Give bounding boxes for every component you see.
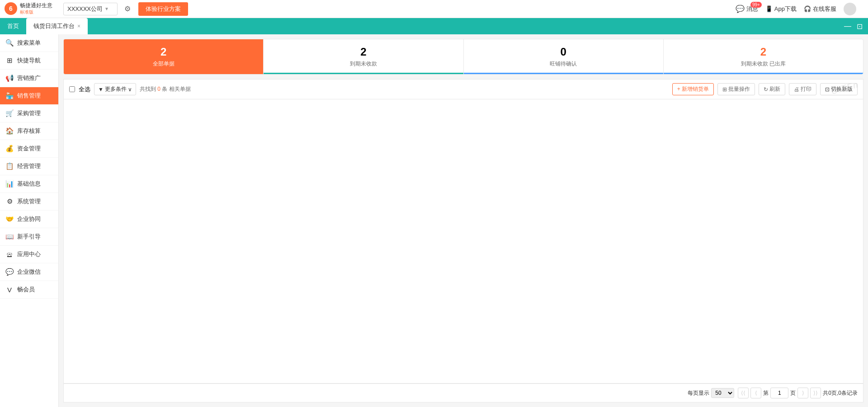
card-all[interactable]: 2 全部单据: [64, 39, 264, 74]
first-page-button[interactable]: ⟨⟨: [738, 388, 749, 398]
refresh-button[interactable]: ↻ 刷新: [759, 83, 785, 95]
sidebar-item-app-center[interactable]: 🛎 应用中心: [0, 246, 58, 263]
logo-area: 6 畅捷通好生意 标准版: [5, 2, 63, 15]
add-sale-button[interactable]: + 新增销货单: [672, 83, 714, 95]
logo-name: 畅捷通好生意: [20, 2, 52, 9]
batch-operation-button[interactable]: ⊞ 批量操作: [717, 83, 755, 95]
trial-button[interactable]: 体验行业方案: [138, 2, 188, 16]
chevron-down-icon: ▼: [104, 6, 109, 11]
message-badge: 99+: [750, 2, 762, 8]
print-icon: 🖨: [794, 86, 799, 93]
total-info: 共0页,0条记录: [823, 389, 858, 397]
avatar[interactable]: [844, 3, 856, 15]
message-icon: 💬: [736, 5, 745, 13]
megaphone-icon: 📢: [5, 74, 14, 82]
sidebar-item-marketing[interactable]: 📢 营销推广: [0, 70, 58, 87]
sidebar-item-quicknav[interactable]: ⊞ 快捷导航: [0, 52, 58, 70]
sidebar: 🔍 搜索菜单 ⊞ 快捷导航 📢 营销推广 🏪 销售管理 🛒 采购管理 🏠 库存核…: [0, 34, 59, 407]
sidebar-item-cooperation[interactable]: 🤝 企业协同: [0, 211, 58, 228]
gear-icon: ⚙: [5, 197, 14, 206]
card-shipped[interactable]: 2 到期未收款 已出库: [664, 39, 863, 74]
content-area: 2 全部单据 2 到期未收款 0 旺铺待确认 2 到期未收款 已出库: [59, 34, 868, 407]
book-icon: 📖: [5, 233, 14, 241]
refresh-icon: ↻: [764, 86, 768, 93]
card-overdue-label: 到期未收款: [273, 60, 454, 68]
wechat-icon: 💬: [5, 268, 14, 276]
search-icon: 🔍: [5, 39, 14, 47]
home-icon: 🏠: [5, 127, 14, 135]
sidebar-item-member[interactable]: V 畅会员: [0, 281, 58, 299]
sidebar-item-sales[interactable]: 🏪 销售管理: [0, 87, 58, 105]
print-button[interactable]: 🖨 打印: [789, 83, 816, 95]
tab-controls: — ⊡: [842, 21, 868, 32]
headset-icon: 🎧: [804, 5, 811, 12]
sidebar-item-system[interactable]: ⚙ 系统管理: [0, 193, 58, 211]
card-shipped-label: 到期未收款 已出库: [673, 60, 854, 68]
page-number-input[interactable]: [770, 388, 788, 398]
logo-icon: 6: [5, 2, 17, 15]
card-wangpu[interactable]: 0 旺铺待确认: [464, 39, 664, 74]
tab-home[interactable]: 首页: [0, 18, 26, 34]
sidebar-item-basic-info[interactable]: 📊 基础信息: [0, 175, 58, 193]
per-page-select[interactable]: 50 100 200: [711, 388, 734, 398]
card-shipped-num: 2: [673, 46, 854, 58]
bell-icon: 🛎: [5, 251, 14, 258]
company-selector[interactable]: XXXXXX公司 ▼: [63, 3, 118, 15]
phone-icon: 📱: [765, 5, 773, 12]
company-name: XXXXXX公司: [67, 5, 103, 13]
pagination-bar: 每页显示 50 100 200 ⟨⟨ ⟨ 第 页 ⟩ ⟩⟩ 共0页,0条记录: [63, 384, 863, 402]
card-overdue[interactable]: 2 到期未收款: [264, 39, 463, 74]
sidebar-item-search[interactable]: 🔍 搜索菜单: [0, 34, 58, 52]
card-wangpu-label: 旺铺待确认: [473, 60, 654, 68]
clipboard-icon: 📋: [5, 162, 14, 170]
main-layout: 🔍 搜索菜单 ⊞ 快捷导航 📢 营销推广 🏪 销售管理 🛒 采购管理 🏠 库存核…: [0, 34, 868, 407]
maximize-icon[interactable]: ⊡: [855, 21, 864, 32]
prev-page-button[interactable]: ⟨: [750, 388, 761, 398]
per-page-selector: 每页显示 50 100 200: [688, 388, 734, 398]
chevron-icon: ∨: [128, 86, 132, 93]
filter-button[interactable]: ▼ 更多条件 ∨: [94, 83, 136, 95]
vip-icon: V: [5, 286, 14, 294]
found-info: 共找到 0 条 相关单据: [140, 85, 191, 93]
summary-cards: 2 全部单据 2 到期未收款 0 旺铺待确认 2 到期未收款 已出库: [63, 39, 863, 75]
top-right-area: 💬 消息 99+ 📱 App下载 🎧 在线客服: [736, 3, 863, 15]
batch-icon: ⊞: [722, 86, 727, 93]
toolbar: 全选 ▼ 更多条件 ∨ 共找到 0 条 相关单据 + 新增销货单 ⊞ 批量操作: [63, 79, 863, 99]
page-nav: ⟨⟨ ⟨ 第 页 ⟩ ⟩⟩ 共0页,0条记录: [738, 388, 858, 398]
card-overdue-num: 2: [273, 46, 454, 58]
app-download-button[interactable]: 📱 App下载: [765, 5, 797, 13]
select-all-label: 全选: [79, 85, 90, 94]
tab-workbench[interactable]: 钱货日清工作台 ×: [26, 18, 88, 34]
switch-version-button[interactable]: ⊡ 切换新版: [820, 83, 858, 95]
message-button[interactable]: 💬 消息 99+: [736, 5, 758, 13]
cart-icon: 🛒: [5, 109, 14, 117]
sidebar-item-wechat[interactable]: 💬 企业微信: [0, 263, 58, 281]
sidebar-item-inventory[interactable]: 🏠 库存核算: [0, 122, 58, 140]
filter-icon: ▼: [98, 86, 104, 93]
grid-icon: ⊞: [5, 56, 14, 65]
card-wangpu-num: 0: [473, 46, 654, 58]
switch-icon: ⊡: [825, 86, 830, 93]
top-bar: 6 畅捷通好生意 标准版 XXXXXX公司 ▼ ⚙ 体验行业方案 💬 消息 99…: [0, 0, 868, 18]
shop-icon: 🏪: [5, 92, 14, 100]
logo-edition: 标准版: [20, 9, 52, 15]
nav-tabs: 首页 钱货日清工作台 × — ⊡: [0, 18, 868, 34]
settings-icon[interactable]: ⚙: [121, 3, 134, 15]
card-all-num: 2: [73, 46, 254, 58]
sidebar-item-finance[interactable]: 💰 资金管理: [0, 140, 58, 158]
online-service-button[interactable]: 🎧 在线客服: [804, 5, 836, 13]
card-all-label: 全部单据: [73, 60, 254, 68]
sidebar-item-operations[interactable]: 📋 经营管理: [0, 158, 58, 175]
last-page-button[interactable]: ⟩⟩: [810, 388, 821, 398]
next-page-button[interactable]: ⟩: [797, 388, 808, 398]
sidebar-item-guide[interactable]: 📖 新手引导: [0, 228, 58, 246]
handshake-icon: 🤝: [5, 215, 14, 223]
money-icon: 💰: [5, 145, 14, 153]
table-icon: 📊: [5, 180, 14, 188]
minimize-icon[interactable]: —: [842, 21, 853, 31]
table-area: [63, 99, 863, 384]
select-all-checkbox[interactable]: [69, 86, 75, 92]
found-count: 0: [157, 86, 160, 92]
close-tab-icon[interactable]: ×: [77, 23, 80, 29]
sidebar-item-purchase[interactable]: 🛒 采购管理: [0, 105, 58, 122]
